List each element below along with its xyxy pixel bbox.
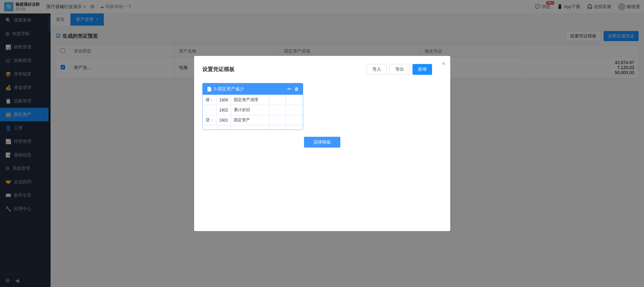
export-button[interactable]: 导出 [390, 64, 410, 75]
template-row-2: 1602 累计折旧 [203, 105, 303, 115]
select-template-button[interactable]: 选择模板 [304, 137, 340, 148]
template-row-3: 贷： 1601 固定资产 [203, 115, 303, 125]
modal-overlay: × 设置凭证模板 导入 导出 新增 📄 5-固定资产减少 ✏ 🗑 [0, 0, 644, 287]
template-row-1: 借： 1606 固定资产清理 [203, 95, 303, 105]
template-doc-icon: 📄 [207, 87, 212, 92]
template-title: 5-固定资产减少 [214, 86, 244, 92]
template-edit-icon[interactable]: ✏ [287, 86, 292, 92]
dialog: × 设置凭证模板 导入 导出 新增 📄 5-固定资产减少 ✏ 🗑 [194, 56, 450, 231]
import-button[interactable]: 导入 [367, 64, 387, 75]
new-template-button[interactable]: 新增 [412, 64, 432, 75]
template-delete-icon[interactable]: 🗑 [294, 86, 299, 92]
dialog-close-button[interactable]: × [442, 61, 446, 67]
dialog-title: 设置凭证模板 [202, 66, 235, 73]
template-row-empty [203, 125, 303, 130]
template-card: 📄 5-固定资产减少 ✏ 🗑 借： 1606 固定资产清理 [202, 83, 303, 130]
